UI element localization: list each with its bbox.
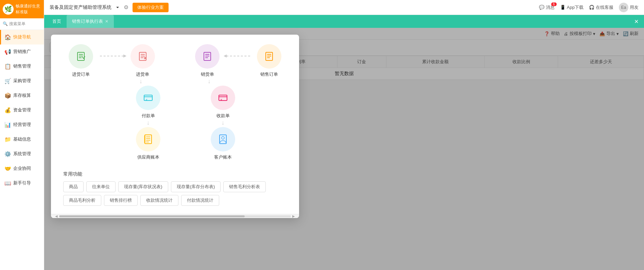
arrow-down-sales: ↓ [191, 80, 228, 86]
customer-account-label: 客户账本 [214, 154, 232, 160]
flow-node-customer-account[interactable]: 客户账本 [203, 127, 243, 160]
tab-close-icon[interactable]: ✕ [105, 19, 108, 24]
arrow-down-purchase: ↓ [122, 80, 160, 86]
scrollbar-track[interactable] [59, 215, 291, 217]
top-header: 装备及固定资产辅助管理系统 ⚙ 体验行业方案 💬 消息 6 📱 App下载 🎧 [44, 0, 644, 15]
message-action[interactable]: 💬 消息 6 [539, 4, 555, 11]
tab-home[interactable]: 首页 [47, 15, 67, 28]
flow-node-sales-bill[interactable]: 销货单 [190, 44, 225, 77]
svg-text:¥: ¥ [220, 98, 222, 101]
logo-icon: 🌿 [3, 4, 14, 15]
func-btn-sales-rank[interactable]: 销售排行榜 [104, 195, 138, 206]
svg-text:¥: ¥ [145, 98, 147, 101]
window-close-icon[interactable]: ✕ [631, 18, 641, 25]
arrow-2: ◀ [225, 56, 251, 56]
svg-rect-21 [219, 95, 227, 101]
sidebar-item-finance[interactable]: 💰 资金管理 [0, 103, 44, 118]
svg-rect-18 [144, 95, 152, 101]
main-area: 装备及固定资产辅助管理系统 ⚙ 体验行业方案 💬 消息 6 📱 App下载 🎧 [44, 0, 644, 270]
purchase-bill-label: 进货单 [136, 71, 149, 77]
sidebar-search[interactable]: 🔍 搜索菜单 [0, 18, 44, 30]
func-btn-receipt-stats[interactable]: 收款情况统计 [140, 195, 178, 206]
enterprise-icon: 🤝 [4, 165, 11, 172]
sidebar-item-sales[interactable]: 📋 销售管理 [0, 59, 44, 74]
flow-node-supplier-account[interactable]: 供应商账本 [128, 127, 169, 160]
scroll-left-arrow[interactable]: ◀ [54, 214, 59, 218]
system-icon: ⚙️ [4, 151, 11, 157]
purchase-order-label: 进货订单 [72, 71, 90, 77]
basic-info-icon: 📁 [4, 136, 11, 143]
experience-button[interactable]: 体验行业方案 [133, 3, 169, 12]
app-download-action[interactable]: 📱 App下载 [560, 4, 584, 11]
download-icon: 📱 [560, 5, 565, 10]
payment-label: 付款单 [142, 113, 155, 119]
operations-icon: 📊 [4, 122, 11, 128]
func-btn-inventory-status[interactable]: 现存量(库存状况表) [118, 181, 168, 192]
settings-icon[interactable]: ⚙ [124, 4, 128, 11]
sidebar-item-marketing[interactable]: 📢 营销推广 [0, 44, 44, 59]
avatar: Ea [619, 3, 628, 12]
sidebar-item-system[interactable]: ⚙️ 系统管理 [0, 147, 44, 161]
flow-node-sales-order[interactable]: 销售订单 [251, 44, 287, 77]
service-icon: 🎧 [589, 5, 594, 10]
receipt-icon: ¥ [211, 86, 235, 110]
arrow-down-payment: ↓ [128, 122, 169, 127]
func-btn-product-profit[interactable]: 商品毛利分析 [63, 195, 101, 206]
flow-node-purchase-order[interactable]: 进货订单 [63, 44, 99, 77]
svg-rect-29 [144, 136, 145, 143]
modal-scrollbar: ◀ ▶ [51, 214, 299, 218]
func-btn-partner[interactable]: 往来单位 [86, 181, 116, 192]
purchase-order-icon [69, 44, 93, 69]
flow-diagram: 进货订单 ▶ [63, 44, 287, 163]
scrollbar-thumb[interactable] [59, 215, 245, 217]
sales-order-icon [257, 44, 281, 69]
func-btn-inventory-dist[interactable]: 现存量(库存分布表) [171, 181, 221, 192]
message-icon: 💬 [539, 5, 544, 10]
system-dropdown[interactable] [116, 5, 120, 10]
svg-point-31 [222, 137, 224, 139]
sales-bill-icon [195, 44, 220, 69]
payment-icon: ¥ [136, 86, 160, 110]
inventory-icon: 📦 [4, 92, 11, 99]
flow-node-receipt[interactable]: ¥ 收款单 [203, 86, 243, 119]
modal-overlay: 进货订单 ▶ [44, 28, 644, 270]
supplier-account-icon [136, 127, 160, 151]
flow-arrows-down2: ↓ ↓ [63, 122, 287, 127]
tab-sales-order[interactable]: 销售订单执行表 ✕ [67, 15, 114, 28]
common-functions: 常用功能 商品 往来单位 现存量(库存状况表) 现存量(库存分布表) 销售毛利分… [63, 171, 287, 206]
online-service-action[interactable]: 🎧 在线客服 [589, 4, 613, 11]
flow-node-purchase-bill[interactable]: 进货单 [125, 44, 160, 77]
arrow-1: ▶ [99, 56, 125, 56]
sidebar-item-inventory[interactable]: 📦 库存核算 [0, 88, 44, 103]
sidebar-item-guide[interactable]: 📖 新手引导 [0, 176, 44, 191]
sidebar-item-enterprise[interactable]: 🤝 企业协同 [0, 161, 44, 176]
purchase-bill-icon [130, 44, 155, 69]
user-action[interactable]: Ea 用友 [619, 3, 639, 12]
flow-row-3: 供应商账本 [63, 127, 287, 160]
sales-bill-label: 销货单 [201, 71, 214, 77]
sidebar: 🌿 畅康通好生意 标准版 🔍 搜索菜单 🏠 快捷导航 📢 营销推广 📋 销售管理 [0, 0, 44, 270]
func-btn-payment-stats[interactable]: 付款情况统计 [181, 195, 219, 206]
sidebar-item-basic-info[interactable]: 📁 基础信息 [0, 132, 44, 147]
supplier-account-label: 供应商账本 [137, 154, 159, 160]
common-functions-title: 常用功能 [63, 171, 287, 177]
func-btn-sales-profit[interactable]: 销售毛利分析表 [223, 181, 266, 192]
guide-icon: 📖 [4, 180, 11, 186]
quick-nav-modal: 进货订单 ▶ [51, 35, 299, 218]
sidebar-item-operations[interactable]: 📊 经营管理 [0, 118, 44, 132]
flow-node-payment[interactable]: ¥ 付款单 [128, 86, 169, 119]
system-title: 装备及固定资产辅助管理系统 [50, 4, 111, 11]
sidebar-logo[interactable]: 🌿 畅康通好生意 标准版 [0, 0, 44, 18]
customer-account-icon [211, 127, 235, 151]
function-buttons: 商品 往来单位 现存量(库存状况表) 现存量(库存分布表) 销售毛利分析表 商品… [63, 181, 287, 206]
home-icon: 🏠 [4, 34, 11, 40]
sidebar-item-quick-nav[interactable]: 🏠 快捷导航 [0, 30, 44, 44]
message-badge: 6 [551, 2, 557, 6]
sidebar-item-purchase[interactable]: 🛒 采购管理 [0, 74, 44, 88]
flow-arrows-down: ↓ ↓ [63, 80, 287, 86]
func-btn-product[interactable]: 商品 [63, 181, 84, 192]
flow-row-2: ¥ 付款单 [63, 86, 287, 119]
sales-icon: 📋 [4, 63, 11, 70]
finance-icon: 💰 [4, 107, 11, 113]
scroll-right-arrow[interactable]: ▶ [291, 214, 296, 218]
